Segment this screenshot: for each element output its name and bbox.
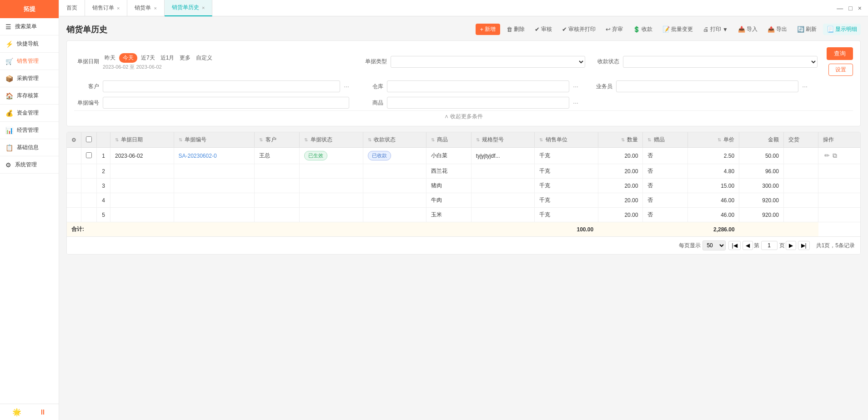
- warehouse-input[interactable]: [387, 80, 569, 92]
- 7days-btn[interactable]: 近7天: [139, 53, 157, 63]
- new-button[interactable]: + 新增: [476, 24, 501, 35]
- row-number[interactable]: [174, 179, 255, 193]
- th-unit[interactable]: ⇅ 销售单位: [535, 132, 598, 148]
- filter-row-1: 单据日期 昨天 今天 近7天 近1月 更多 自定义 2023-06-02 至 2…: [74, 47, 853, 76]
- goods-ellipsis[interactable]: ···: [573, 99, 578, 106]
- import-button[interactable]: 📥 导入: [734, 24, 761, 35]
- window-close-btn[interactable]: ×: [855, 5, 864, 12]
- query-settings-group: 查询 设置: [827, 47, 853, 76]
- row-check[interactable]: [81, 208, 97, 222]
- row-number[interactable]: SA-20230602-0: [174, 148, 255, 164]
- collapse-btn[interactable]: ∧ 收起更多条件: [74, 110, 853, 122]
- row-goods: 猪肉: [426, 179, 472, 193]
- customer-ellipsis[interactable]: ···: [344, 83, 349, 90]
- yesterday-btn[interactable]: 昨天: [103, 53, 117, 63]
- collect-button[interactable]: 💲 收款: [629, 24, 656, 35]
- gift-sort-icon: ⇅: [647, 137, 651, 142]
- th-check[interactable]: [81, 132, 97, 148]
- sidebar-item-inventory[interactable]: 🏠 库存核算: [0, 87, 59, 105]
- th-gift-label: 赠品: [654, 136, 665, 143]
- tab-sales-delivery[interactable]: 销货单 ×: [127, 0, 164, 16]
- doc-status-sort-icon: ⇅: [304, 137, 308, 142]
- salesperson-input[interactable]: [616, 80, 798, 92]
- sidebar-item-basic[interactable]: 📋 基础信息: [0, 139, 59, 156]
- sidebar-item-sales[interactable]: 🛒 销售管理: [0, 53, 59, 70]
- salesperson-ellipsis[interactable]: ···: [802, 83, 808, 90]
- th-settings[interactable]: ⚙: [67, 132, 81, 148]
- tab-sales-order[interactable]: 销售订单 ×: [85, 0, 127, 16]
- sidebar-item-system[interactable]: ⚙ 系统管理: [0, 156, 59, 174]
- show-detail-button[interactable]: 📃 显示明细: [823, 24, 861, 35]
- summary-gift-spacer: [598, 222, 643, 237]
- doc-type-select[interactable]: [391, 56, 585, 68]
- row-number[interactable]: [174, 164, 255, 179]
- tab-sales-history[interactable]: 销货单历史 ×: [165, 0, 212, 16]
- export-button[interactable]: 📤 导出: [764, 24, 791, 35]
- next-page-btn[interactable]: ▶: [786, 241, 796, 250]
- th-price[interactable]: ⇅ 单价: [688, 132, 739, 148]
- th-goods[interactable]: ⇅ 商品: [426, 132, 472, 148]
- warehouse-ellipsis[interactable]: ···: [573, 83, 578, 90]
- prev-page-btn[interactable]: ◀: [743, 241, 753, 250]
- row-number[interactable]: [174, 208, 255, 222]
- review-button[interactable]: ✔ 审核: [531, 24, 556, 35]
- th-qty[interactable]: ⇅ 数量: [598, 132, 643, 148]
- tab-sales-order-close[interactable]: ×: [117, 5, 120, 11]
- print-dropdown-icon: ▼: [722, 26, 728, 33]
- customer-input[interactable]: [103, 80, 340, 92]
- print-button[interactable]: 🖨 打印 ▼: [699, 24, 732, 35]
- refresh-button[interactable]: 🔄 刷新: [793, 24, 820, 35]
- row-checkbox[interactable]: [86, 152, 92, 158]
- date-range: 2023-06-02 至 2023-06-02: [103, 64, 214, 70]
- copy-icon[interactable]: ⧉: [833, 152, 837, 159]
- collect-status-select[interactable]: [623, 56, 818, 68]
- sidebar-item-search[interactable]: ☰ 搜索菜单: [0, 18, 59, 35]
- th-number[interactable]: ⇅ 单据编号: [174, 132, 255, 148]
- abandon-button[interactable]: ↩ 弃审: [602, 24, 627, 35]
- th-date[interactable]: ⇅ 单据日期: [110, 132, 174, 148]
- tab-sales-delivery-close[interactable]: ×: [154, 5, 156, 11]
- sidebar-item-quicknav[interactable]: ⚡ 快捷导航: [0, 35, 59, 53]
- sidebar-item-finance[interactable]: 💰 资金管理: [0, 105, 59, 122]
- query-button[interactable]: 查询: [827, 47, 853, 60]
- table-row: 3猪肉千克20.00否15.00300.00: [67, 179, 860, 193]
- row-number-link[interactable]: SA-20230602-0: [179, 153, 217, 159]
- select-all-checkbox[interactable]: [86, 136, 92, 142]
- today-btn[interactable]: 今天: [119, 53, 137, 63]
- delete-button[interactable]: 🗑 删除: [503, 24, 528, 35]
- row-amount: 96.00: [739, 164, 784, 179]
- row-number[interactable]: [174, 193, 255, 208]
- filter-settings-btn[interactable]: 设置: [828, 64, 853, 76]
- per-page-select[interactable]: 50 10 20 100: [702, 240, 726, 250]
- sidebar-item-purchase[interactable]: 📦 采购管理: [0, 70, 59, 87]
- custom-btn[interactable]: 自定义: [194, 53, 214, 63]
- row-check[interactable]: [81, 164, 97, 179]
- th-collect-status[interactable]: ⇅ 收款状态: [363, 132, 426, 148]
- sidebar-item-operation[interactable]: 📊 经营管理: [0, 122, 59, 139]
- tab-home[interactable]: 首页: [59, 0, 85, 16]
- sidebar-settings-btn[interactable]: 🌟: [12, 408, 21, 416]
- sidebar-collapse-btn[interactable]: ⏸: [39, 408, 46, 416]
- row-check[interactable]: [81, 179, 97, 193]
- th-doc-status[interactable]: ⇅ 单据状态: [300, 132, 363, 148]
- docnumber-input[interactable]: [103, 97, 349, 109]
- row-trade: [783, 148, 818, 164]
- goods-input[interactable]: [387, 97, 569, 109]
- review-print-button[interactable]: ✔ 审核并打印: [558, 24, 599, 35]
- last-page-btn[interactable]: ▶|: [798, 241, 810, 250]
- first-page-btn[interactable]: |◀: [728, 241, 740, 250]
- window-min-btn[interactable]: —: [834, 5, 846, 12]
- row-qty: 20.00: [598, 164, 643, 179]
- th-spec[interactable]: ⇅ 规格型号: [471, 132, 534, 148]
- batch-change-button[interactable]: 📝 批量变更: [659, 24, 697, 35]
- tab-sales-history-close[interactable]: ×: [202, 5, 205, 10]
- row-check[interactable]: [81, 148, 97, 164]
- th-gift[interactable]: ⇅ 赠品: [643, 132, 688, 148]
- edit-icon[interactable]: ✏: [824, 152, 830, 159]
- row-check[interactable]: [81, 193, 97, 208]
- th-customer[interactable]: ⇅ 客户: [255, 132, 300, 148]
- more-btn[interactable]: 更多: [178, 53, 192, 63]
- 1month-btn[interactable]: 近1月: [159, 53, 176, 63]
- window-max-btn[interactable]: □: [846, 5, 855, 12]
- page-input[interactable]: [761, 241, 778, 250]
